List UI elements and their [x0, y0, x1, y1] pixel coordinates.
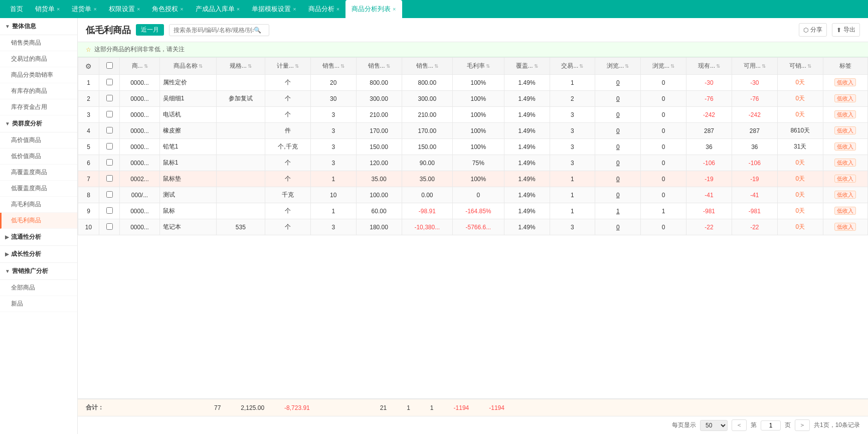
- sidebar-item-商品分类助销率[interactable]: 商品分类助销率: [0, 67, 77, 83]
- browse-link[interactable]: 0: [616, 95, 620, 102]
- row-checkbox[interactable]: [106, 143, 113, 150]
- row-checkbox[interactable]: [106, 159, 113, 166]
- col-header-sales_profit[interactable]: 销售...⇅: [402, 58, 453, 75]
- browse-link[interactable]: 0: [616, 79, 620, 86]
- col-header-current_stock[interactable]: 现有...⇅: [686, 58, 732, 75]
- next-page-button[interactable]: ＞: [795, 419, 810, 431]
- date-filter-button[interactable]: 近一月: [136, 24, 164, 36]
- close-tab-icon[interactable]: ×: [137, 6, 140, 12]
- col-header-browse2[interactable]: 浏览...⇅: [641, 58, 686, 75]
- row-num: 4: [78, 123, 99, 139]
- col-header-available[interactable]: 可用...⇅: [732, 58, 777, 75]
- browse-link[interactable]: 0: [616, 176, 620, 183]
- select-all-checkbox[interactable]: [106, 62, 113, 69]
- col-header-sales_amount[interactable]: 销售...⇅: [356, 58, 402, 75]
- nav-item-产成品入库单[interactable]: 产成品入库单×: [190, 0, 246, 18]
- settings-icon[interactable]: ⚙: [85, 62, 92, 70]
- close-tab-icon[interactable]: ×: [293, 6, 296, 12]
- export-button[interactable]: ⬆ 导出: [832, 23, 860, 37]
- row-checkbox[interactable]: [106, 207, 113, 214]
- nav-item-单据模板设置[interactable]: 单据模板设置×: [246, 0, 302, 18]
- row-sales-amount: 100.00: [356, 187, 402, 203]
- close-tab-icon[interactable]: ×: [93, 6, 96, 12]
- browse-link[interactable]: 0: [616, 192, 620, 199]
- col-header-saleable[interactable]: 可销...⇅: [777, 58, 823, 75]
- row-checkbox[interactable]: [106, 175, 113, 182]
- row-code: 0000...: [120, 123, 159, 139]
- row-sales-count: 1: [310, 171, 356, 187]
- row-checkbox[interactable]: [106, 191, 113, 198]
- col-header-coverage[interactable]: 覆盖...⇅: [504, 58, 550, 75]
- row-checkbox[interactable]: [106, 223, 113, 230]
- sort-icon: ⇅: [716, 63, 720, 69]
- row-browse1[interactable]: 0: [595, 219, 641, 235]
- col-header-code[interactable]: 商...⇅: [120, 58, 159, 75]
- sidebar-item-有库存的商品[interactable]: 有库存的商品: [0, 83, 77, 99]
- col-header-gross_rate[interactable]: 毛利率⇅: [453, 58, 504, 75]
- nav-item-首页[interactable]: 首页: [4, 0, 29, 18]
- row-checkbox[interactable]: [106, 127, 113, 133]
- row-checkbox[interactable]: [106, 95, 113, 101]
- nav-item-商品分析列表[interactable]: 商品分析列表×: [345, 0, 402, 18]
- row-browse1[interactable]: 0: [595, 91, 641, 107]
- col-header-browse1[interactable]: 浏览...⇅: [595, 58, 641, 75]
- col-header-spec[interactable]: 规格...⇅: [216, 58, 265, 75]
- nav-item-角色授权[interactable]: 角色授权×: [146, 0, 189, 18]
- search-input[interactable]: [173, 27, 254, 34]
- page-size-select[interactable]: 50 20 100: [700, 420, 728, 431]
- sidebar-item-新品[interactable]: 新品: [0, 296, 77, 312]
- browse-link[interactable]: 0: [616, 143, 620, 151]
- sidebar-item-库存资金占用[interactable]: 库存资金占用: [0, 99, 77, 115]
- sidebar-group-营销推广分析[interactable]: ▼营销推广分析: [0, 263, 77, 280]
- sort-icon: ⇅: [670, 63, 674, 69]
- sidebar-group-成长性分析[interactable]: ▶成长性分析: [0, 246, 77, 263]
- row-browse1[interactable]: 0: [595, 187, 641, 203]
- browse-link[interactable]: 0: [616, 127, 620, 134]
- col-header-name[interactable]: 商品名称⇅: [159, 58, 216, 75]
- search-icon[interactable]: 🔍: [254, 27, 261, 34]
- nav-item-权限设置[interactable]: 权限设置×: [103, 0, 146, 18]
- close-tab-icon[interactable]: ×: [336, 6, 339, 12]
- sidebar-item-高覆盖度商品[interactable]: 高覆盖度商品: [0, 165, 77, 181]
- close-tab-icon[interactable]: ×: [180, 6, 183, 12]
- table-row: 70002...鼠标垫个135.0035.00100%1.49%100-19-1…: [78, 171, 868, 187]
- browse-link[interactable]: 1: [616, 208, 620, 215]
- row-gross-rate: 100%: [453, 139, 504, 155]
- sidebar-item-销售类商品[interactable]: 销售类商品: [0, 35, 77, 51]
- page-number-input[interactable]: [761, 420, 781, 430]
- sidebar-group-整体信息[interactable]: ▼整体信息: [0, 18, 77, 35]
- col-header-unit[interactable]: 计量...⇅: [265, 58, 310, 75]
- row-browse1[interactable]: 0: [595, 123, 641, 139]
- close-tab-icon[interactable]: ×: [57, 6, 60, 12]
- close-tab-icon[interactable]: ×: [237, 6, 240, 12]
- row-browse1[interactable]: 0: [595, 155, 641, 171]
- row-browse1[interactable]: 0: [595, 171, 641, 187]
- sidebar-item-交易过的商品[interactable]: 交易过的商品: [0, 51, 77, 67]
- nav-item-销货单[interactable]: 销货单×: [29, 0, 66, 18]
- browse-link[interactable]: 0: [616, 111, 620, 118]
- nav-item-进货单[interactable]: 进货单×: [66, 0, 102, 18]
- sidebar-item-高价值商品[interactable]: 高价值商品: [0, 132, 77, 149]
- sidebar-item-低价值商品[interactable]: 低价值商品: [0, 149, 77, 165]
- sidebar-group-类群度分析[interactable]: ▼类群度分析: [0, 115, 77, 132]
- row-browse1[interactable]: 0: [595, 75, 641, 91]
- row-checkbox[interactable]: [106, 111, 113, 117]
- share-button[interactable]: ⬡ 分享: [799, 23, 827, 37]
- sidebar-item-全部商品[interactable]: 全部商品: [0, 280, 77, 296]
- browse-link[interactable]: 0: [616, 160, 620, 167]
- browse-link[interactable]: 0: [616, 224, 620, 231]
- row-browse1[interactable]: 0: [595, 139, 641, 155]
- sidebar-item-高毛利商品[interactable]: 高毛利商品: [0, 197, 77, 213]
- prev-page-button[interactable]: ＜: [732, 419, 747, 431]
- nav-item-商品分析[interactable]: 商品分析×: [302, 0, 345, 18]
- col-header-transaction[interactable]: 交易...⇅: [550, 58, 595, 75]
- col-header-sales_count[interactable]: 销售...⇅: [310, 58, 356, 75]
- sidebar-item-低覆盖度商品[interactable]: 低覆盖度商品: [0, 181, 77, 197]
- sidebar-item-低毛利商品[interactable]: 低毛利商品: [0, 213, 77, 229]
- row-checkbox[interactable]: [106, 79, 113, 85]
- sidebar-group-流通性分析[interactable]: ▶流通性分析: [0, 229, 77, 246]
- table-row: 8000/...测试千克10100.000.0001.49%100-41-410…: [78, 187, 868, 203]
- close-tab-icon[interactable]: ×: [393, 6, 396, 12]
- row-browse1[interactable]: 0: [595, 107, 641, 123]
- row-browse1[interactable]: 1: [595, 203, 641, 219]
